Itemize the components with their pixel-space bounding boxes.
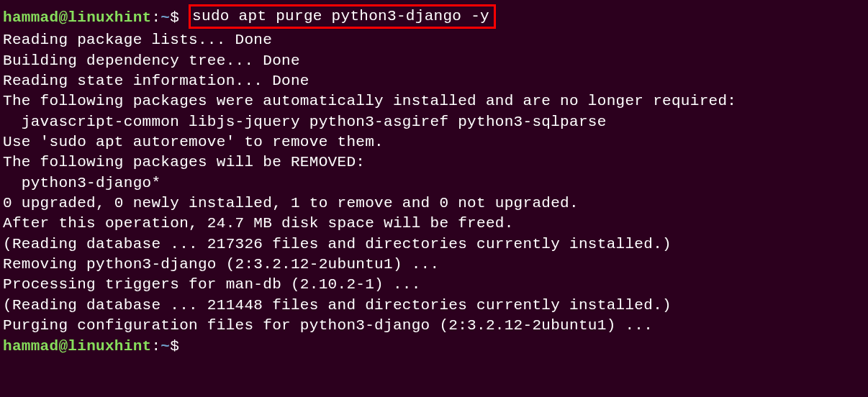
output-line: javascript-common libjs-jquery python3-a…: [3, 112, 865, 132]
prompt-host: linuxhint: [68, 337, 151, 357]
output-line: Purging configuration files for python3-…: [3, 316, 865, 336]
output-line: python3-django*: [3, 173, 865, 193]
output-line: (Reading database ... 217326 files and d…: [3, 234, 865, 255]
terminal-window[interactable]: hammad@linuxhint:~$ sudo apt purge pytho…: [3, 6, 865, 357]
prompt-path: ~: [161, 8, 170, 28]
prompt-at: @: [58, 337, 68, 357]
output-line: The following packages were automaticall…: [3, 91, 865, 111]
output-line: The following packages will be REMOVED:: [3, 152, 865, 173]
prompt-host: linuxhint: [68, 8, 151, 28]
output-line: 0 upgraded, 0 newly installed, 1 to remo…: [3, 193, 865, 214]
output-line: Building dependency tree... Done: [3, 51, 865, 71]
output-line: Processing triggers for man-db (2.10.2-1…: [3, 275, 865, 295]
output-line: Reading package lists... Done: [3, 30, 865, 50]
command-text: sudo apt purge python3-django -y: [192, 8, 489, 24]
prompt-at: @: [58, 8, 68, 28]
output-line: Removing python3-django (2:3.2.12-2ubunt…: [3, 255, 865, 275]
prompt-dollar: $: [170, 337, 179, 357]
prompt-dollar: $: [170, 8, 179, 28]
prompt-user: hammad: [3, 8, 58, 28]
prompt-line-1: hammad@linuxhint:~$ sudo apt purge pytho…: [3, 6, 865, 30]
prompt-path: ~: [161, 337, 170, 357]
prompt-colon: :: [151, 337, 161, 357]
output-line: Reading state information... Done: [3, 71, 865, 91]
output-line: Use 'sudo apt autoremove' to remove them…: [3, 132, 865, 152]
prompt-user: hammad: [3, 337, 58, 357]
prompt-line-2[interactable]: hammad@linuxhint:~$: [3, 337, 865, 357]
output-line: (Reading database ... 211448 files and d…: [3, 296, 865, 316]
prompt-colon: :: [151, 8, 161, 28]
output-line: After this operation, 24.7 MB disk space…: [3, 214, 865, 234]
command-highlight: sudo apt purge python3-django -y: [189, 4, 496, 29]
